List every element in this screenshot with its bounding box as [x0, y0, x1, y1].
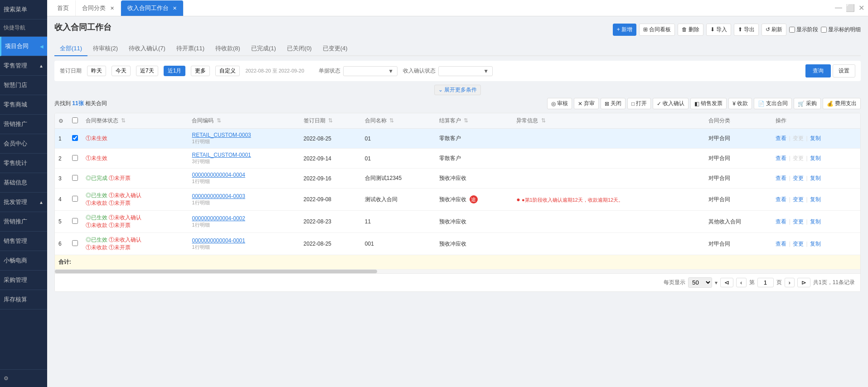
custom-btn[interactable]: 自定义	[215, 66, 240, 76]
col-checkbox[interactable]	[68, 113, 82, 129]
row3-copy-btn[interactable]: 复制	[810, 175, 821, 181]
per-page-select[interactable]: 50 20 100	[688, 277, 712, 288]
tab-income-contract[interactable]: 收入合同工作台 ✕	[121, 0, 184, 16]
row2-checkbox[interactable]	[68, 149, 82, 169]
row6-view-btn[interactable]: 查看	[776, 241, 786, 247]
query-btn[interactable]: 查询	[805, 64, 831, 77]
today-btn[interactable]: 今天	[112, 66, 131, 76]
page-input[interactable]	[757, 278, 774, 287]
sidebar-settings[interactable]: ⚙	[0, 369, 47, 387]
row4-view-btn[interactable]: 查看	[776, 196, 786, 203]
sidebar-item-wholesale-mgmt[interactable]: 批发管理 ▲	[0, 193, 47, 212]
sales-invoice-btn[interactable]: ◧ 销售发票	[690, 98, 727, 109]
row2-copy-btn[interactable]: 复制	[810, 155, 821, 161]
last7-btn[interactable]: 近7天	[136, 66, 158, 76]
scroll-thumb[interactable]	[55, 270, 377, 273]
sidebar-item-retail-mall[interactable]: 零售商城	[0, 95, 47, 115]
yesterday-btn[interactable]: 昨天	[87, 66, 106, 76]
sidebar-item-project-contract[interactable]: 项目合同 ◀	[0, 37, 47, 56]
more-btn[interactable]: 更多	[191, 66, 210, 76]
row1-copy-btn[interactable]: 复制	[810, 135, 821, 141]
sidebar-item-purchase-mgmt[interactable]: 采购管理	[0, 271, 47, 290]
export-btn[interactable]: ⬆ 导出	[734, 24, 759, 36]
expand-more-btn[interactable]: ⌄ 展开更多条件	[434, 85, 481, 95]
row5-copy-btn[interactable]: 复制	[810, 218, 821, 225]
next-page-btn[interactable]: ›	[785, 278, 795, 287]
show-stage-checkbox[interactable]	[789, 27, 795, 33]
last1month-btn[interactable]: 近1月	[164, 66, 186, 76]
horizontal-scrollbar[interactable]	[55, 270, 860, 273]
row6-edit-btn[interactable]: 变更	[793, 241, 804, 247]
status-tab-pending-review[interactable]: 待审核(2)	[87, 42, 123, 56]
row1-view-btn[interactable]: 查看	[776, 135, 786, 141]
row5-checkbox[interactable]	[68, 211, 82, 233]
row2-code-link[interactable]: RETAIL_CUSTOM-0001	[192, 152, 251, 158]
collect-btn[interactable]: ¥ 收款	[728, 98, 752, 109]
col-settings[interactable]: ⚙	[55, 113, 68, 129]
kanban-btn[interactable]: ⊞ 合同看板	[639, 24, 675, 36]
row6-checkbox[interactable]	[68, 233, 82, 255]
status-tab-pending-invoice[interactable]: 待开票(11)	[171, 42, 210, 56]
first-page-btn[interactable]: ⊲	[720, 278, 733, 287]
status-tab-changed[interactable]: 已变更(4)	[317, 42, 353, 56]
row5-view-btn[interactable]: 查看	[776, 218, 786, 225]
row1-code-link[interactable]: RETAIL_CUSTOM-0003	[192, 132, 251, 138]
status-tab-closed[interactable]: 已关闭(0)	[281, 42, 317, 56]
prev-page-btn[interactable]: ‹	[736, 278, 746, 287]
tab-contract-category-close[interactable]: ✕	[110, 5, 114, 11]
sidebar-item-ecommerce[interactable]: 小畅电商	[0, 251, 47, 271]
setting-btn[interactable]: 设置	[833, 64, 855, 77]
sidebar-item-inventory[interactable]: 库存核算	[0, 290, 47, 310]
new-btn[interactable]: + 新增	[613, 24, 636, 36]
tab-home[interactable]: 首页	[51, 0, 76, 16]
row4-edit-btn[interactable]: 变更	[793, 196, 804, 203]
sidebar-item-member-center[interactable]: 会员中心	[0, 134, 47, 154]
status-tab-pending-confirm[interactable]: 待收入确认(7)	[123, 42, 171, 56]
row3-checkbox[interactable]	[68, 169, 82, 189]
tab-income-contract-close[interactable]: ✕	[173, 5, 177, 11]
tab-contract-category[interactable]: 合同分类 ✕	[76, 0, 121, 16]
show-mark-checkbox[interactable]	[821, 27, 827, 33]
sidebar-item-retail-stats[interactable]: 零售统计	[0, 154, 47, 173]
purchase-btn[interactable]: 🛒 采购	[794, 98, 821, 109]
row3-edit-btn[interactable]: 变更	[793, 175, 804, 181]
window-minimize-icon[interactable]: —	[835, 4, 842, 12]
row4-copy-btn[interactable]: 复制	[810, 196, 821, 203]
window-maximize-icon[interactable]: ⬜	[846, 4, 855, 12]
sidebar-item-marketing2[interactable]: 营销推广	[0, 212, 47, 232]
sidebar-item-marketing[interactable]: 营销推广	[0, 115, 47, 134]
row6-copy-btn[interactable]: 复制	[810, 241, 821, 247]
row3-code-link[interactable]: 0000000000004-0004	[192, 172, 245, 178]
row5-edit-btn[interactable]: 变更	[793, 218, 804, 225]
abandon-review-btn[interactable]: ✕ 弃审	[574, 98, 599, 109]
delete-btn[interactable]: 🗑 删除	[678, 24, 703, 36]
income-confirm-select[interactable]: ▼	[438, 66, 493, 76]
row1-edit-btn[interactable]: 变更	[793, 135, 804, 141]
sidebar-item-basic-info[interactable]: 基础信息	[0, 173, 47, 193]
select-all-checkbox[interactable]	[72, 117, 78, 123]
status-tab-all[interactable]: 全部(11)	[54, 42, 87, 56]
row5-code-link[interactable]: 0000000000004-0002	[192, 215, 245, 222]
import-btn[interactable]: ⬇ 导入	[706, 24, 731, 36]
doc-status-select[interactable]: ▼	[343, 66, 398, 76]
row2-view-btn[interactable]: 查看	[776, 155, 786, 161]
row4-checkbox[interactable]	[68, 189, 82, 211]
close-contract-btn[interactable]: ⊠ 关闭	[601, 98, 626, 109]
status-tab-completed[interactable]: 已完成(1)	[246, 42, 281, 56]
row2-edit-btn[interactable]: 变更	[793, 155, 804, 161]
open-contract-btn[interactable]: □ 打开	[627, 98, 651, 109]
window-close-icon[interactable]: ✕	[858, 4, 864, 12]
row3-view-btn[interactable]: 查看	[776, 175, 786, 181]
expense-btn[interactable]: 💰 费用支出	[823, 98, 861, 109]
row4-code-link[interactable]: 0000000000004-0003	[192, 193, 245, 199]
refresh-btn[interactable]: ↺ 刷新	[761, 24, 786, 36]
last-page-btn[interactable]: ⊳	[797, 278, 810, 287]
sidebar-search[interactable]: 搜索菜单	[0, 0, 47, 19]
out-contract-btn[interactable]: 📄 支出合同	[754, 98, 792, 109]
row1-checkbox[interactable]	[68, 129, 82, 149]
sidebar-item-retail-mgmt[interactable]: 零售管理 ▲	[0, 56, 47, 76]
status-tab-pending-payment[interactable]: 待收款(8)	[210, 42, 246, 56]
sidebar-item-sales-mgmt[interactable]: 销售管理	[0, 232, 47, 251]
sidebar-item-smart-store[interactable]: 智慧门店	[0, 76, 47, 95]
review-btn[interactable]: ◎ 审核	[547, 98, 572, 109]
